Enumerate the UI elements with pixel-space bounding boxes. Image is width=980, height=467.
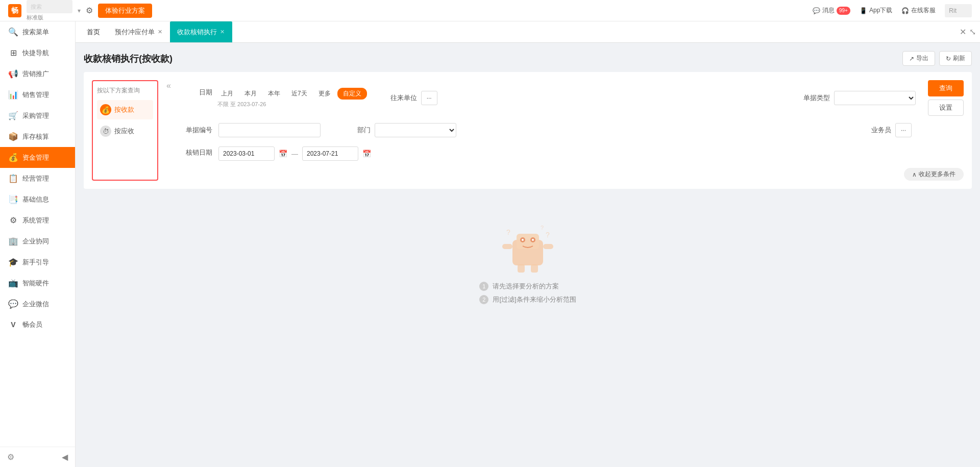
svg-rect-6 xyxy=(502,244,512,249)
verify-date-start-input[interactable] xyxy=(218,146,275,161)
verify-date-start-calendar-icon[interactable]: 📅 xyxy=(279,150,287,158)
sidebar-item-enterprise[interactable]: 🏢 企业协同 xyxy=(0,231,75,252)
filter-scheme-sidebar: 按以下方案查询 💰 按收款 ⏱ 按应收 xyxy=(92,80,158,181)
purchase-icon: 🛒 xyxy=(8,111,18,120)
page-header: 收款核销执行(按收款) ↗ 导出 ↻ 刷新 xyxy=(84,51,972,66)
query-button[interactable]: 查询 xyxy=(928,80,964,96)
sidebar-item-marketing[interactable]: 📢 营销推广 xyxy=(0,63,75,84)
sidebar-item-sales[interactable]: 📊 销售管理 xyxy=(0,84,75,105)
sidebar-item-inventory[interactable]: 📦 库存核算 xyxy=(0,126,75,147)
app-download-item[interactable]: 📱 App下载 xyxy=(860,6,892,15)
solution-button[interactable]: 体验行业方案 xyxy=(98,4,152,18)
verify-date-end-calendar-icon[interactable]: 📅 xyxy=(362,150,371,158)
date-btn-7days[interactable]: 近7天 xyxy=(287,88,312,100)
dropdown-icon[interactable]: ▾ xyxy=(78,7,81,14)
sidebar-label-beginner: 新手引导 xyxy=(22,258,49,267)
app-icon: 📱 xyxy=(860,7,867,14)
brand-subtitle: 标准版 xyxy=(27,14,72,20)
refresh-icon: ↻ xyxy=(946,55,951,62)
quick-nav-icon: ⊞ xyxy=(8,48,18,58)
filter-sidebar-title: 按以下方案查询 xyxy=(97,86,153,95)
message-item[interactable]: 💬 消息 99+ xyxy=(813,6,850,15)
sidebar-item-basic-info[interactable]: 📑 基础信息 xyxy=(0,189,75,210)
date-unlimited: 不限 至 2023-07-26 xyxy=(216,101,367,108)
setting-button[interactable]: 设置 xyxy=(928,100,964,116)
sidebar-label-hardware: 智能硬件 xyxy=(22,279,49,288)
settings-icon[interactable]: ⚙ xyxy=(86,6,93,15)
filter-row-1: 日期 上月 本月 本年 近7天 更多 自定义 不限 至 xyxy=(184,80,964,116)
service-item[interactable]: 🎧 在线客服 xyxy=(901,6,936,15)
date-quick-btns: 上月 本月 本年 近7天 更多 自定义 xyxy=(216,88,367,100)
date-btn-this-year[interactable]: 本年 xyxy=(263,88,285,100)
date-btn-custom[interactable]: 自定义 xyxy=(337,88,367,100)
sidebar-label-wechat: 企业微信 xyxy=(22,300,49,309)
export-button[interactable]: ↗ 导出 xyxy=(902,51,935,66)
staff-select-button[interactable]: ··· xyxy=(895,123,912,137)
sidebar-label-marketing: 营销推广 xyxy=(22,69,49,79)
sidebar-label-finance: 资金管理 xyxy=(22,153,49,162)
sidebar-item-wechat[interactable]: 💬 企业微信 xyxy=(0,293,75,314)
sidebar-item-member[interactable]: V 畅会员 xyxy=(0,314,75,335)
sidebar: 🔍 搜索菜单 ⊞ 快捷导航 📢 营销推广 📊 销售管理 🛒 采购管理 📦 库存核… xyxy=(0,21,76,467)
filter-collapse-button[interactable]: « xyxy=(166,80,178,181)
verify-date-end-input[interactable] xyxy=(302,146,358,161)
partner-select-button[interactable]: ··· xyxy=(421,91,437,105)
date-separator: — xyxy=(291,150,298,158)
sidebar-collapse-icon[interactable]: ◀ xyxy=(62,452,68,462)
sidebar-item-operation[interactable]: 📋 经营管理 xyxy=(0,168,75,189)
date-btn-more[interactable]: 更多 xyxy=(314,88,335,100)
svg-point-4 xyxy=(522,239,524,241)
svg-text:?: ? xyxy=(506,228,510,236)
more-conditions-row: ∧ 收起更多条件 xyxy=(184,168,964,181)
staff-label: 业务员 xyxy=(863,126,891,135)
filter-option-by-receipt[interactable]: 💰 按收款 xyxy=(97,100,153,119)
sales-icon: 📊 xyxy=(8,90,18,100)
tab-prepay-close[interactable]: ✕ xyxy=(158,29,162,35)
filter-row-2: 单据编号 部门 业务员 ··· xyxy=(184,123,964,137)
sidebar-item-quick-nav[interactable]: ⊞ 快捷导航 xyxy=(0,42,75,63)
tab-actions: ✕ ⤡ xyxy=(960,27,976,37)
empty-tip-1: 1 请先选择要分析的方案 xyxy=(479,282,576,291)
date-btn-this-month[interactable]: 本月 xyxy=(240,88,261,100)
sidebar-label-operation: 经营管理 xyxy=(22,174,49,183)
tab-expand-icon[interactable]: ⤡ xyxy=(969,27,976,37)
tab-receipt-verify-close[interactable]: ✕ xyxy=(220,29,225,35)
svg-rect-9 xyxy=(531,264,538,273)
sidebar-settings-icon[interactable]: ⚙ xyxy=(7,452,14,462)
sidebar-item-hardware[interactable]: 📺 智能硬件 xyxy=(0,273,75,293)
top-bar: 畅 搜索 标准版 ▾ ⚙ 体验行业方案 💬 消息 99+ 📱 App下载 🎧 在… xyxy=(0,0,980,21)
tab-close-all-icon[interactable]: ✕ xyxy=(960,27,966,37)
user-info[interactable]: Rit xyxy=(945,4,972,17)
sidebar-item-beginner[interactable]: 🎓 新手引导 xyxy=(0,252,75,273)
more-conditions-button[interactable]: ∧ 收起更多条件 xyxy=(904,168,964,181)
tab-receipt-verify[interactable]: 收款核销执行 ✕ xyxy=(170,21,232,42)
content-area: 首页 预付冲应付单 ✕ 收款核销执行 ✕ ✕ ⤡ 收款核销执行(按收款) xyxy=(76,21,980,467)
tab-home[interactable]: 首页 xyxy=(80,21,108,42)
svg-rect-7 xyxy=(543,244,553,249)
main-layout: 🔍 搜索菜单 ⊞ 快捷导航 📢 营销推广 📊 销售管理 🛒 采购管理 📦 库存核… xyxy=(0,21,980,467)
member-icon: V xyxy=(8,321,18,329)
tip-num-1: 1 xyxy=(479,282,488,291)
top-bar-left: 畅 搜索 标准版 ▾ ⚙ 体验行业方案 xyxy=(8,0,813,20)
sidebar-item-search[interactable]: 🔍 搜索菜单 xyxy=(0,21,75,42)
brand-logo: 畅 xyxy=(8,4,21,17)
wechat-icon: 💬 xyxy=(8,299,18,309)
finance-icon: 💰 xyxy=(8,153,18,162)
date-btn-last-month[interactable]: 上月 xyxy=(216,88,238,100)
filter-option-by-receivable[interactable]: ⏱ 按应收 xyxy=(97,121,153,141)
sidebar-bottom: ⚙ ◀ xyxy=(0,447,75,467)
bill-type-select[interactable] xyxy=(834,91,916,105)
dept-select[interactable] xyxy=(375,123,456,137)
tab-prepay[interactable]: 预付冲应付单 ✕ xyxy=(108,21,170,42)
sidebar-item-finance[interactable]: 💰 资金管理 xyxy=(0,147,75,168)
marketing-icon: 📢 xyxy=(8,69,18,79)
sidebar-item-purchase[interactable]: 🛒 采购管理 xyxy=(0,105,75,126)
bill-no-input[interactable] xyxy=(218,123,321,137)
refresh-button[interactable]: ↻ 刷新 xyxy=(939,51,972,66)
enterprise-icon: 🏢 xyxy=(8,236,18,246)
sidebar-label-search: 搜索菜单 xyxy=(22,28,49,37)
tip-text-2: 用[过滤]条件来缩小分析范围 xyxy=(493,295,576,304)
sidebar-label-quick-nav: 快捷导航 xyxy=(22,48,49,58)
sidebar-item-system[interactable]: ⚙ 系统管理 xyxy=(0,210,75,231)
by-receivable-icon: ⏱ xyxy=(100,126,111,137)
